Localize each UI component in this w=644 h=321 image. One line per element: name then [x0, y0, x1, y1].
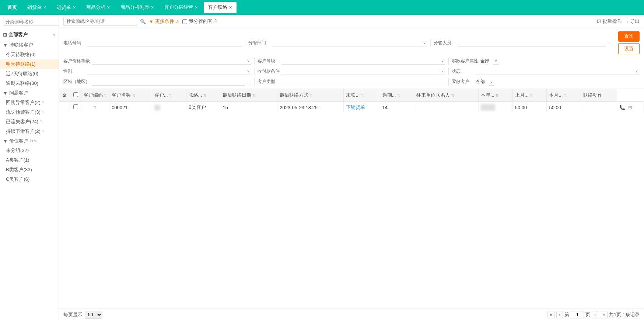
td-num: 1	[81, 102, 109, 113]
nav-item-goods-analysis[interactable]: 商品分析 ✕	[82, 2, 115, 13]
collapse-icon: «	[53, 32, 56, 37]
page-number-input[interactable]	[571, 311, 584, 318]
close-icon-sales[interactable]: ✕	[43, 5, 46, 10]
sidebar-item-class-a[interactable]: A类客户(1)	[0, 155, 59, 165]
th-code[interactable]: 客户编码 ⇅	[81, 89, 109, 102]
ellipsis-icon[interactable]: …	[608, 40, 612, 45]
sidebar-item-declining[interactable]: 持续下滑客户(2) ?	[0, 127, 59, 136]
phone-icon[interactable]: 📞	[619, 105, 625, 110]
filter-phone-input[interactable]	[88, 39, 242, 47]
export-icon: ↑	[626, 19, 629, 24]
th-customer-type[interactable]: 客户... ⇅	[152, 89, 186, 102]
sidebar-group-value-customers[interactable]: ▼ 价值客户 ↻ ✎	[0, 136, 59, 146]
qr-icon[interactable]: ⊞	[628, 105, 632, 110]
th-contact-person[interactable]: 往来单位联系人 ⇅	[414, 89, 479, 102]
filter-retail-customer-select[interactable]: ∨	[489, 78, 494, 86]
sidebar-item-class-c[interactable]: C类客户(6)	[0, 175, 59, 184]
filter-person-input[interactable]	[458, 39, 606, 47]
close-icon-customer-tier[interactable]: ✕	[195, 5, 198, 10]
nav-item-customer-contact[interactable]: 客户联络 ✕	[204, 2, 237, 13]
filter-status-select[interactable]: ∨	[476, 68, 640, 75]
sidebar-item-churn-warning[interactable]: 流失预警客户(3) ?	[0, 107, 59, 117]
filter-dept-select[interactable]: ∨	[273, 39, 427, 46]
filter-field-status: 状态 ∨	[452, 68, 640, 75]
nav-item-purchase[interactable]: 进货单 ✕	[52, 2, 80, 13]
close-icon-goods-analysis[interactable]: ✕	[107, 5, 110, 10]
refresh-icon[interactable]: ↻	[30, 139, 33, 144]
th-last-month[interactable]: 上月... ⇅	[512, 89, 547, 102]
divider-8	[448, 78, 449, 86]
filter-action-buttons: 查询 设置	[618, 31, 640, 54]
select-all-checkbox[interactable]	[73, 92, 78, 97]
nav-item-goods-analysis-list[interactable]: 商品分析列表 ✕	[116, 2, 158, 13]
filter-field-retail-attr: 零散客户属性 全部 ∨	[452, 57, 640, 65]
sidebar-item-class-b[interactable]: B类客户(33)	[0, 165, 59, 175]
sidebar-item-today-pending[interactable]: 今天待联络(0)	[0, 50, 59, 59]
last-page-btn[interactable]: »	[600, 311, 608, 318]
close-icon-goods-analysis-list[interactable]: ✕	[151, 5, 154, 10]
per-page-select[interactable]: 50 100 200	[85, 311, 102, 319]
filter-area-input[interactable]	[92, 78, 245, 86]
sidebar-group-problem-customers[interactable]: ▼ 问题客户	[0, 88, 59, 98]
filter-gender-select[interactable]: ∨	[88, 68, 251, 75]
ellipsis-icon-2[interactable]: …	[247, 79, 251, 84]
filter-payment-select[interactable]: ∨	[282, 68, 445, 75]
query-button[interactable]: 查询	[618, 31, 640, 42]
divider-1	[245, 39, 245, 46]
settings-button[interactable]: 设置	[618, 43, 640, 54]
sidebar-item-churned[interactable]: 已流失客户(24) ?	[0, 117, 59, 127]
close-icon-customer-contact[interactable]: ✕	[229, 5, 232, 10]
filter-field-customer-type: 客户类型	[258, 79, 445, 85]
th-last-contact-method[interactable]: 最后联络方式 ⇅	[277, 89, 344, 102]
more-conditions-btn[interactable]: ▼ 更多条件 ∧	[149, 18, 179, 25]
td-gear	[59, 102, 70, 113]
export-btn[interactable]: ↑ 导出	[626, 18, 640, 25]
th-action: 联络动作	[581, 89, 617, 102]
th-name[interactable]: 客户名称 ⇅	[109, 89, 152, 102]
th-this-year[interactable]: 本年... ⇅	[478, 89, 512, 102]
first-page-btn[interactable]: «	[547, 311, 555, 318]
filter-field-gender: 性别 ∨	[63, 68, 251, 75]
nav-item-home[interactable]: 首页	[3, 2, 21, 13]
sidebar-item-tomorrow-pending[interactable]: 明天待联络(1)	[0, 59, 59, 69]
close-icon-purchase[interactable]: ✕	[73, 5, 76, 10]
th-this-month[interactable]: 本月... ⇅	[547, 89, 581, 102]
td-uncontacted: 14	[380, 102, 414, 113]
chevron-down-icon: ∨	[423, 40, 426, 45]
sidebar-all-customers[interactable]: ⊞ 全部客户 «	[0, 29, 59, 40]
filter-row-3: 性别 ∨ 收付款条件 ∨ 状态 ∨	[63, 68, 640, 75]
td-last-contact-date: 2023-05-23 18:25:	[277, 102, 344, 113]
th-last-contact-date[interactable]: 最后联络日期 ⇅	[220, 89, 277, 102]
next-page-btn[interactable]: ›	[592, 311, 598, 318]
prev-page-btn[interactable]: ‹	[556, 311, 563, 318]
filter-customer-type-select[interactable]	[282, 80, 445, 83]
th-overdue[interactable]: 逾期... ⇅	[380, 89, 414, 102]
filter-customer-level-select[interactable]: ∨	[282, 57, 445, 65]
search-icon-filter[interactable]: 🔍	[140, 19, 146, 24]
sidebar-item-unclassified[interactable]: 未分组(32)	[0, 146, 59, 155]
sidebar-item-repurchase-abnormal[interactable]: 回购异常客户(2) ?	[0, 98, 59, 107]
nav-item-customer-tier[interactable]: 客户分层经营 ✕	[160, 2, 202, 13]
sidebar-item-week-pending[interactable]: 近7天待联络(0)	[0, 69, 59, 79]
batch-op-btn[interactable]: ☑ 批量操作	[597, 18, 622, 25]
my-customers-checkbox[interactable]	[182, 19, 187, 24]
filter-field-phone: 电话号码	[63, 39, 242, 47]
sidebar-search-input[interactable]	[3, 18, 59, 26]
table-container: ⚙ 客户编码 ⇅ 客户名称 ⇅ 客户... ⇅	[59, 89, 644, 308]
th-uncontacted[interactable]: 未联... ⇅	[344, 89, 380, 102]
row-checkbox[interactable]	[73, 104, 78, 109]
sidebar-group-pending-contact[interactable]: ▼ 待联络客户	[0, 40, 59, 50]
contact-method-link[interactable]: 下销货单	[346, 104, 365, 110]
filter-retail-attr-select[interactable]: ∨	[493, 57, 499, 65]
sidebar-item-overdue[interactable]: 逾期未联络(30)	[0, 79, 59, 88]
th-contact-count[interactable]: 联络... ⇅	[186, 89, 220, 102]
filter-search-input[interactable]	[63, 17, 137, 26]
filter-field-payment: 收付款条件 ∨	[258, 68, 445, 75]
help-icon-3: ?	[40, 120, 42, 124]
my-customers-checkbox-label: 我分管的客户	[182, 18, 217, 25]
td-contact-person: 联系人	[478, 102, 512, 113]
filter-price-level-select[interactable]: ∨	[92, 57, 251, 65]
help-icon-4: ?	[42, 129, 44, 134]
edit-icon[interactable]: ✎	[34, 139, 37, 144]
nav-item-sales[interactable]: 销货单 ✕	[23, 2, 51, 13]
